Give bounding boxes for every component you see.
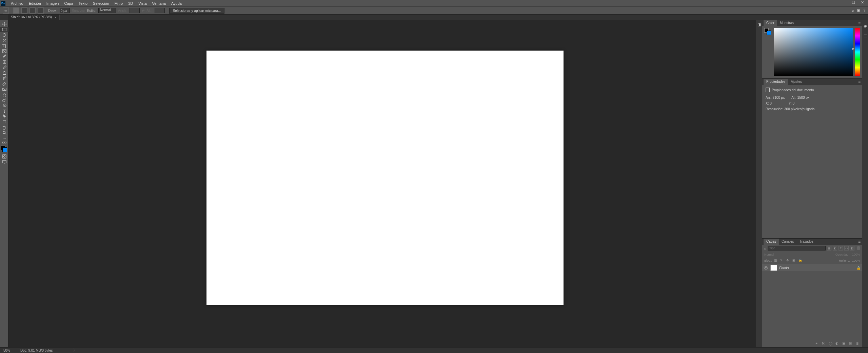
tab-paths[interactable]: Trazados [797,239,816,245]
new-layer-icon[interactable]: ⊞ [849,341,853,346]
filter-adjust-icon[interactable]: ◐ [833,246,837,250]
canvas-area[interactable] [8,20,756,347]
layer-row-fondo[interactable]: Fondo 🔒 [762,264,862,272]
menu-vista[interactable]: Vista [136,1,149,5]
filter-type-icon[interactable]: T [839,246,843,250]
delete-icon[interactable]: 🗑 [856,341,860,346]
menu-3d[interactable]: 3D [125,1,136,5]
minimize-button[interactable]: — [842,0,847,5]
document-tab[interactable]: Sin título-1 al 50% (RGB/8) × [8,15,60,20]
selection-new[interactable] [13,7,19,14]
tab-channels[interactable]: Canales [779,239,797,245]
gradient-tool[interactable] [0,87,8,92]
tab-layers[interactable]: Capas [764,239,779,245]
filter-toggle[interactable] [857,246,860,250]
quickmask-tool[interactable] [0,154,8,159]
menu-ayuda[interactable]: Ayuda [169,1,184,5]
layer-name[interactable]: Fondo [779,266,854,270]
fx-icon[interactable]: fx [822,341,826,346]
path-select-tool[interactable] [0,114,8,119]
document-tab-close[interactable]: × [55,15,57,20]
hand-tool[interactable] [0,125,8,130]
menu-seleccion[interactable]: Selección [90,1,112,5]
layer-filter-search[interactable] [768,246,826,250]
tab-properties[interactable]: Propiedades [764,79,788,85]
history-brush-tool[interactable] [0,76,8,81]
color-mini-swatch[interactable] [764,28,770,34]
tab-adjustments[interactable]: Ajustes [788,79,805,85]
layer-filter-input[interactable] [769,246,824,250]
eraser-tool[interactable] [0,81,8,87]
lasso-tool[interactable] [0,32,8,38]
selection-subtract[interactable] [29,7,36,14]
eyedropper-tool[interactable] [0,54,8,59]
lock-brush-icon[interactable]: ✎ [780,259,784,263]
zoom-tool[interactable] [0,130,8,135]
menu-texto[interactable]: Texto [76,1,90,5]
filter-shape-icon[interactable]: ▭ [844,246,849,250]
color-panel-menu[interactable]: ≡ [858,21,861,25]
link-icon[interactable]: ⚭ [815,341,819,346]
maximize-button[interactable]: ☐ [851,0,856,5]
properties-panel-menu[interactable]: ≡ [858,79,861,84]
screenmode-tool[interactable] [0,159,8,165]
tool-preset-icon[interactable]: ▭ [3,7,9,14]
lock-pixels-icon[interactable]: ▦ [774,259,778,263]
brush-tool[interactable] [0,65,8,70]
rectangle-tool[interactable] [0,119,8,125]
frame-tool[interactable] [0,49,8,54]
visibility-icon[interactable] [764,265,768,270]
crop-tool[interactable] [0,43,8,49]
hue-slider[interactable] [855,28,860,76]
share-icon[interactable]: ⇪ [863,8,866,13]
lock-all-icon[interactable]: 🔒 [798,259,803,263]
stamp-tool[interactable] [0,70,8,76]
marquee-tool[interactable] [0,27,8,32]
zoom-display[interactable]: 50% [3,349,10,352]
menu-imagen[interactable]: Imagen [44,1,62,5]
selection-intersect[interactable] [38,7,44,14]
filter-pixel-icon[interactable]: ▦ [827,246,831,250]
tab-color[interactable]: Color [764,20,777,26]
menu-filtro[interactable]: Filtro [112,1,125,5]
menu-capa[interactable]: Capa [61,1,76,5]
learn-icon[interactable]: ◉ [862,21,868,30]
doc-info[interactable]: Doc: 9,01 MB/0 bytes [20,349,53,352]
menu-archivo[interactable]: Archivo [8,1,26,5]
group-icon[interactable]: ▣ [842,341,846,346]
workspace-icon[interactable]: ▣ [857,8,860,13]
saturation-value-picker[interactable] [774,28,853,76]
wand-tool[interactable] [0,38,8,43]
menu-edicion[interactable]: Edición [26,1,44,5]
color-swatches[interactable] [1,146,7,152]
selection-add[interactable] [21,7,27,14]
libraries-icon[interactable]: ☰ [862,32,868,40]
pen-tool[interactable] [0,103,8,108]
fill-value[interactable]: 100% [852,259,860,262]
close-button[interactable]: ✕ [860,0,865,5]
style-select[interactable]: Normal [98,8,116,13]
collapsed-panel-icon[interactable]: ◨ [756,20,762,29]
healing-tool[interactable] [0,59,8,65]
mask-icon[interactable]: ◯ [829,341,833,346]
status-arrow-icon[interactable]: 〉 [73,348,77,353]
move-tool[interactable] [0,21,8,27]
canvas[interactable] [206,51,564,305]
feather-input[interactable] [60,8,70,13]
select-mask-button[interactable]: Seleccionar y aplicar máscara... [169,8,225,14]
search-icon[interactable]: ⌕ [852,8,854,13]
tab-swatches[interactable]: Muestras [777,20,796,26]
blur-tool[interactable] [0,92,8,97]
filter-smart-icon[interactable]: ◧ [850,246,854,250]
lock-artboard-icon[interactable]: ▣ [792,259,796,263]
adjustment-icon[interactable]: ◐ [835,341,840,346]
edit-toolbar[interactable] [0,141,8,144]
opacity-value[interactable]: 100% [852,253,860,256]
lock-position-icon[interactable]: ✥ [786,259,790,263]
blend-mode-select[interactable]: Normal [764,253,833,256]
dodge-tool[interactable] [0,97,8,103]
menu-ventana[interactable]: Ventana [150,1,169,5]
layers-panel-menu[interactable]: ≡ [858,239,861,244]
foreground-color[interactable] [2,147,7,152]
layer-thumbnail[interactable] [770,265,777,271]
